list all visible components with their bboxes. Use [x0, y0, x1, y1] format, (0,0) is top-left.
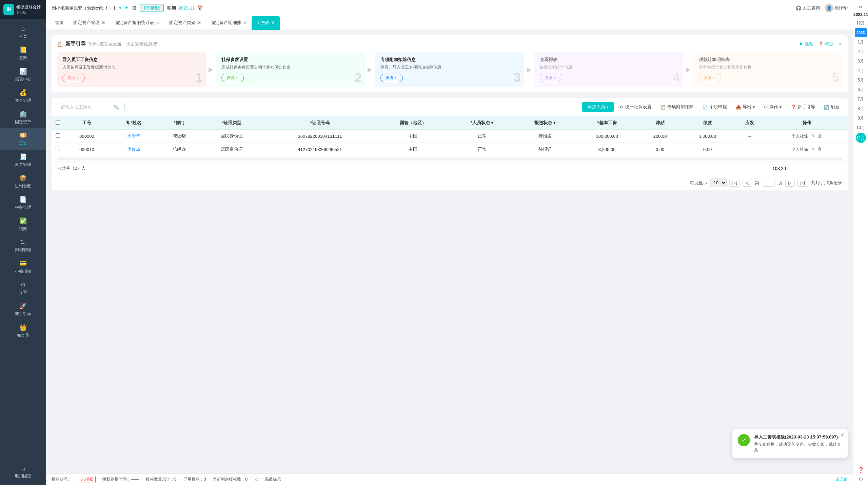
tab-fixed-asset[interactable]: 固定资产管理 ✕ — [68, 16, 110, 30]
tax-report-button[interactable]: 📄 个税申报 — [700, 102, 730, 111]
month-4[interactable]: 4月 — [855, 66, 867, 75]
month-1[interactable]: 1月 — [855, 38, 867, 46]
hscrollbar[interactable] — [57, 157, 842, 160]
sidebar-item-invoice[interactable]: 🧾 发票管理 — [0, 150, 46, 171]
month-9[interactable]: 9月 — [855, 114, 867, 123]
month-10[interactable]: 10月 — [855, 123, 867, 132]
col-status[interactable]: *人员状态 ▾ — [450, 116, 515, 130]
period-calendar-icon[interactable]: 📅 — [197, 5, 203, 11]
row1-payable: -- — [733, 130, 766, 143]
month-3[interactable]: 3月 — [855, 57, 867, 66]
sidebar-item-inventory[interactable]: 📦 进销台账 — [0, 171, 46, 192]
help-link[interactable]: ❓ 帮助 — [818, 41, 834, 47]
tab-depreciation-close[interactable]: ✕ — [156, 20, 160, 25]
step1-btn[interactable]: 导入＞ — [62, 74, 85, 82]
step2-btn[interactable]: 设置＞ — [221, 74, 244, 82]
search-input[interactable] — [61, 105, 112, 110]
tab-payroll[interactable]: 工资表 ✕ — [252, 16, 280, 30]
row1-checkbox[interactable] — [52, 130, 64, 143]
tab-asset-category-close[interactable]: ✕ — [198, 20, 201, 25]
sidebar-item-newguide[interactable]: 🚀 新手引导 — [0, 299, 46, 320]
month-8[interactable]: 8月 — [855, 104, 867, 113]
page-input[interactable]: 1 — [762, 179, 775, 187]
charge-link[interactable]: 去充值 — [835, 477, 848, 482]
step3-btn[interactable]: 查看＞ — [380, 74, 403, 82]
sidebar-item-payroll[interactable]: 💴 工资 — [0, 128, 46, 150]
next-page-btn[interactable]: ▷ — [785, 179, 795, 187]
row1-edit-icon[interactable]: ✎ — [811, 133, 815, 138]
sidebar-item-fixed[interactable]: 🏢 固定资产 — [0, 107, 46, 128]
sidebar-item-settlement[interactable]: ✅ 结账 — [0, 214, 46, 235]
row2-delete-icon[interactable]: 🗑 — [817, 147, 822, 152]
month-11-active[interactable]: 11月 — [856, 133, 866, 143]
sidebar-label-reports: 报表中心 — [15, 76, 31, 82]
tab-home[interactable]: 首页 — [50, 16, 68, 30]
panel-icon-2[interactable]: ⚙ — [859, 476, 863, 482]
user-menu[interactable]: 👤 徐泽华 — [825, 4, 848, 12]
social-security-label: 统一社保设置 — [625, 104, 652, 110]
select-all-checkbox[interactable] — [56, 120, 60, 125]
special-deduction-button[interactable]: 📋 专项附加扣除 — [658, 102, 696, 111]
step5-btn[interactable]: 查看＞ — [699, 74, 721, 82]
topbar-settings-icon[interactable]: ⚙ — [132, 5, 137, 11]
month-6[interactable]: 6月 — [855, 85, 867, 94]
row2-checkbox[interactable] — [52, 143, 64, 156]
topbar-add-icon[interactable]: + — [125, 4, 129, 12]
row1-social-ins-link[interactable]: 个人社保 — [792, 134, 808, 138]
operations-button[interactable]: ⚙ 操作 ▾ — [761, 102, 785, 111]
unpin-button[interactable]: ◁ 取消固定 — [0, 464, 46, 482]
tab-asset-detail[interactable]: 固定资产明细账 ✕ — [206, 16, 252, 30]
video-link[interactable]: ▶ 视频 — [799, 41, 814, 47]
search-icon[interactable]: 🔍 — [114, 105, 119, 110]
social-security-button[interactable]: ⚙ 统一社保设置 — [617, 102, 654, 111]
row2-social-ins-link[interactable]: 个人社保 — [792, 147, 808, 152]
toast-close-btn[interactable]: ✕ — [840, 432, 844, 437]
month-5[interactable]: 5月 — [855, 76, 867, 85]
per-page-select[interactable]: 10 20 50 — [710, 179, 727, 187]
sidebar-item-funds[interactable]: 💰 资金管理 — [0, 86, 46, 107]
row2-edit-icon[interactable]: ✎ — [811, 147, 815, 152]
sidebar-item-reports[interactable]: 📊 报表中心 — [0, 64, 46, 86]
guide-arrow-3: ▶ — [524, 66, 534, 73]
col-sendstatus[interactable]: 报送状态 ▾ — [514, 116, 575, 130]
first-page-btn[interactable]: |◁ — [729, 179, 740, 187]
refresh-button[interactable]: 🔄 刷新 — [821, 102, 842, 111]
oldver-button[interactable]: 切到旧版 — [140, 4, 164, 12]
sidebar-item-settings[interactable]: ⚙ 设置 — [0, 278, 46, 299]
add-person-button[interactable]: 添加人员 ▾ — [582, 102, 614, 112]
month-7[interactable]: 7月 — [855, 95, 867, 104]
month-12[interactable]: 12月 — [855, 19, 867, 27]
tax-icon: 📑 — [19, 196, 27, 203]
sidebar-item-expense[interactable]: 💳 小畅报销 — [0, 256, 46, 278]
tab-asset-detail-close[interactable]: ✕ — [243, 20, 247, 25]
guide-close-button[interactable]: ✕ — [839, 41, 842, 46]
panel-icon-1[interactable]: ❓ — [857, 467, 864, 473]
account-dropdown-icon[interactable]: ▾ — [119, 5, 121, 11]
tab-asset-category[interactable]: 固定资产类别 ✕ — [164, 16, 206, 30]
service-button[interactable]: 🎧 人工咨询 — [796, 5, 820, 11]
select-all-header[interactable] — [52, 116, 64, 130]
guide-header: 📋 新手引导 5步快速完成设置，快去完善信息吧~ ▶ 视频 ❓ 帮助 ✕ — [57, 41, 842, 47]
export-button[interactable]: 📤 导出 ▾ — [733, 102, 758, 111]
panel-collapse-btn[interactable]: ≪ — [858, 3, 863, 11]
sidebar-item-archive[interactable]: 🗂 归档管理 — [0, 235, 46, 256]
row1-name-link[interactable]: 徐泽华 — [127, 133, 140, 138]
row2-name[interactable]: 李俊杰 — [110, 143, 158, 156]
month-2[interactable]: 2月 — [855, 47, 867, 56]
sidebar-item-ledger[interactable]: 📒 总账 — [0, 43, 46, 64]
last-page-btn[interactable]: ▷| — [797, 179, 808, 187]
sidebar-item-tax[interactable]: 📑 税务管理 — [0, 192, 46, 214]
tab-fixed-asset-close[interactable]: ✕ — [102, 20, 105, 25]
newguide-toolbar-button[interactable]: ❓ 新手引导 — [788, 102, 818, 111]
sidebar-item-home[interactable]: ⌂ 首页 — [0, 22, 46, 43]
prev-page-btn[interactable]: ◁ — [743, 179, 752, 187]
step4-btn[interactable]: 查看＞ — [540, 74, 562, 82]
row2-name-link[interactable]: 李俊杰 — [127, 147, 140, 152]
row1-delete-icon[interactable]: 🗑 — [817, 133, 822, 138]
col-action: 操作 — [766, 116, 848, 130]
row1-name[interactable]: 徐泽华 — [110, 130, 158, 143]
col-name[interactable]: ⇅ *姓名 — [110, 116, 158, 130]
sidebar-item-member[interactable]: 👑 畅会员 — [0, 320, 46, 342]
tab-depreciation[interactable]: 固定资产折旧统计表 ✕ — [110, 16, 164, 30]
tab-payroll-close[interactable]: ✕ — [272, 20, 275, 25]
